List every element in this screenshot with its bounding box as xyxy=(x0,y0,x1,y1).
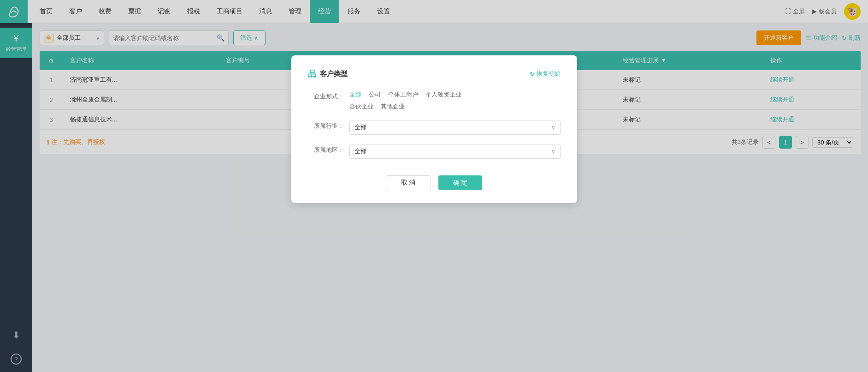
modal-footer: 取 消 确 定 xyxy=(308,168,561,190)
enterprise-form-content: 全部 公司 个体工商户 个人独资企业 合伙企业 其他企业 xyxy=(349,90,561,111)
cancel-button[interactable]: 取 消 xyxy=(386,175,431,190)
type-opt-individual[interactable]: 个体工商户 xyxy=(388,90,418,99)
industry-form-label: 所属行业： xyxy=(308,120,349,130)
region-select[interactable]: 全部 ∨ xyxy=(349,144,561,159)
region-form-label: 所属地区： xyxy=(308,144,349,154)
industry-form-content: 全部 ∨ xyxy=(349,120,561,135)
industry-select[interactable]: 全部 ∨ xyxy=(349,120,561,135)
industry-form-row: 所属行业： 全部 ∨ xyxy=(308,120,561,135)
type-opt-company[interactable]: 公司 xyxy=(369,90,381,99)
confirm-button[interactable]: 确 定 xyxy=(438,175,483,190)
enterprise-form-label: 企业形式： xyxy=(308,90,349,101)
enterprise-type-options-2: 合伙企业 其他企业 xyxy=(349,102,561,111)
type-opt-other[interactable]: 其他企业 xyxy=(381,102,405,111)
region-arrow-icon: ∨ xyxy=(551,148,555,155)
modal-overlay: 品 客户类型 ↻ 恢复初始 企业形式： 全部 公司 个体工商户 个人独资企业 合… xyxy=(0,0,868,372)
enterprise-form-row: 企业形式： 全部 公司 个体工商户 个人独资企业 合伙企业 其他企业 xyxy=(308,90,561,111)
restore-icon: ↻ xyxy=(530,71,535,78)
modal-header: 品 客户类型 ↻ 恢复初始 xyxy=(308,68,561,79)
region-form-content: 全部 ∨ xyxy=(349,144,561,159)
customer-type-modal: 品 客户类型 ↻ 恢复初始 企业形式： 全部 公司 个体工商户 个人独资企业 合… xyxy=(291,55,577,203)
restore-default-btn[interactable]: ↻ 恢复初始 xyxy=(530,70,561,78)
modal-title-icon: 品 xyxy=(308,68,316,79)
industry-arrow-icon: ∨ xyxy=(551,124,555,131)
enterprise-type-options: 全部 公司 个体工商户 个人独资企业 xyxy=(349,90,561,99)
type-opt-sole[interactable]: 个人独资企业 xyxy=(425,90,461,99)
region-form-row: 所属地区： 全部 ∨ xyxy=(308,144,561,159)
type-opt-all[interactable]: 全部 xyxy=(349,90,361,99)
modal-title: 品 客户类型 xyxy=(308,68,348,79)
type-opt-partnership[interactable]: 合伙企业 xyxy=(349,102,373,111)
